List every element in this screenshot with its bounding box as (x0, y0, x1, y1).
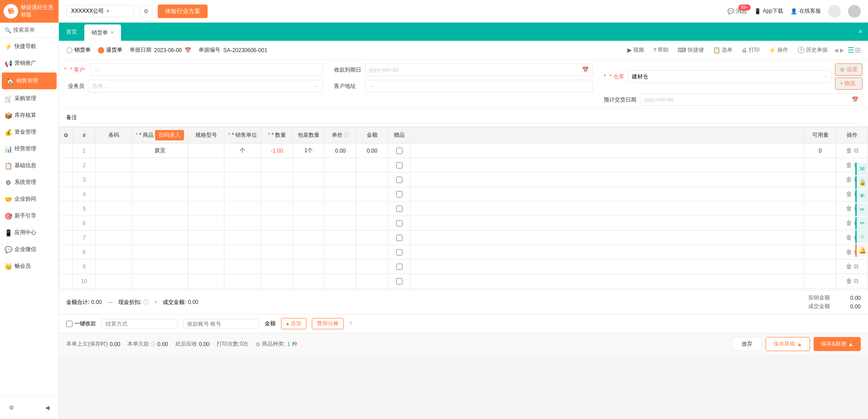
row8-gift-check[interactable] (396, 249, 402, 255)
search-menu[interactable]: 🔍 搜索菜单 (0, 23, 58, 38)
account-input[interactable] (183, 319, 259, 329)
sidebar-item-marketing[interactable]: 📢 营销推广 (0, 55, 58, 72)
row2-delete[interactable]: 🗑 (846, 161, 852, 169)
actions-btn[interactable]: ⚡ 操作 (766, 45, 791, 55)
sidebar-item-enterprise[interactable]: 🤝 企业协同 (0, 191, 58, 207)
row10-delete[interactable]: 🗑 (846, 277, 852, 285)
tab-home[interactable]: 首页 (59, 23, 84, 41)
discard-btn[interactable]: 放弃 (732, 337, 762, 351)
row9-copy[interactable]: ⧉ (854, 263, 858, 270)
logistics-btn[interactable]: + 物流 (835, 77, 863, 90)
row3-delete[interactable]: 🗑 (846, 176, 852, 183)
row1-gift-check[interactable] (396, 148, 402, 154)
sidebar-settings-btn[interactable]: ⚙ (5, 400, 19, 415)
settings-btn[interactable]: ⚙ 设置 (835, 63, 863, 76)
online-service-btn[interactable]: 👤 在线客服 (790, 7, 821, 15)
row1-qty[interactable]: -1.00 (261, 144, 293, 158)
sidebar-item-inventory[interactable]: 📦 库存核算 (0, 107, 58, 124)
tab-sales-order[interactable]: 销货单 × (84, 24, 121, 41)
salesman-input[interactable]: 选择... ··· (88, 80, 323, 92)
calendar-icon[interactable]: 📅 (184, 47, 191, 53)
row1-unit[interactable]: 个 (224, 144, 261, 158)
row2-gift-check[interactable] (396, 162, 402, 169)
history-btn[interactable]: 🕐 历史单据 (795, 45, 830, 55)
row1-unit-price[interactable]: 0.00 (325, 144, 356, 158)
date-value[interactable]: 2023-06-06 (154, 47, 182, 53)
save-new-btn[interactable]: 保存&新增 ▲ (814, 337, 861, 351)
row1-copy-icon[interactable]: ⧉ (854, 147, 858, 154)
sidebar-item-enterprise-wechat[interactable]: 💬 企业微信 (0, 241, 58, 258)
row1-delete-icon[interactable]: 🗑 (846, 147, 852, 154)
sidebar-item-purchase[interactable]: 🛒 采购管理 (0, 90, 58, 107)
header-gear-btn[interactable]: ⚙ (140, 5, 152, 18)
row4-gift-check[interactable] (396, 191, 402, 197)
company-selector[interactable]: XXXXXX公司 ▼ (66, 5, 134, 17)
sidebar-item-finance[interactable]: 💰 资金管理 (0, 124, 58, 140)
sidebar-item-sales[interactable]: 🏠 销售管理 (2, 72, 57, 89)
row5-gift-check[interactable] (396, 206, 402, 212)
customer-input[interactable]: ··· (90, 63, 323, 76)
float-btn-2[interactable]: 🔒 (855, 176, 868, 189)
id-value[interactable]: SA-20230606-001 (223, 47, 267, 53)
layout-list-icon[interactable]: ☰ (848, 46, 854, 54)
select-btn[interactable]: 📋 选单 (710, 45, 735, 55)
shortcut-btn[interactable]: ⌨ 快捷键 (675, 45, 707, 55)
sidebar-item-guide[interactable]: 🎯 新手引导 (0, 207, 58, 224)
row8-delete[interactable]: 🗑 (846, 248, 852, 256)
customer-addr-input[interactable]: ··· (365, 80, 593, 92)
payment-help-icon[interactable]: ? (349, 321, 352, 327)
trial-btn[interactable]: 体验行业方案 (158, 5, 208, 18)
row9-delete[interactable]: 🗑 (846, 263, 852, 270)
expected-date-input[interactable]: yyyy-mm-dd 📅 (640, 93, 863, 106)
tab-close-icon[interactable]: × (111, 29, 114, 36)
user-avatar[interactable] (828, 5, 841, 18)
row1-amount[interactable]: 0.00 (356, 144, 388, 158)
row1-barcode[interactable] (96, 144, 132, 158)
help-btn[interactable]: ? 帮助 (650, 45, 671, 55)
row6-delete[interactable]: 🗑 (846, 219, 852, 227)
message-btn[interactable]: 💬 消息 99+ (727, 7, 747, 15)
warehouse-input[interactable]: 建材仓 ··· (628, 70, 831, 83)
scan-btn[interactable]: 扫码录入 (155, 130, 184, 140)
expense-btn[interactable]: 费用分摊 (312, 318, 344, 329)
float-btn-6[interactable]: ☆ (855, 231, 868, 243)
sidebar-item-system[interactable]: ⚙ 系统管理 (0, 174, 58, 191)
row5-delete[interactable]: 🗑 (846, 205, 852, 212)
return-order-radio[interactable]: 退货单 (98, 46, 122, 54)
col-gear[interactable]: ⚙ (59, 127, 73, 144)
print-btn[interactable]: 🖨 打印 (739, 45, 762, 55)
add-payment-btn[interactable]: ● 添加 (281, 318, 306, 329)
row4-delete[interactable]: 🗑 (846, 190, 852, 198)
row1-product[interactable]: 拨贡 (132, 144, 188, 158)
float-btn-5[interactable]: ✏ (855, 217, 868, 230)
row7-delete[interactable]: 🗑 (846, 234, 852, 241)
user-avatar2[interactable] (848, 5, 861, 18)
sidebar-item-quick-nav[interactable]: ⚡ 快捷导航 (0, 38, 58, 55)
row10-gift-check[interactable] (396, 278, 402, 284)
payment-date-input[interactable]: yyyy-mm-dd 📅 (365, 63, 593, 76)
next-icon[interactable]: ▶ (840, 47, 844, 53)
sidebar-item-members[interactable]: 👑 畅会员 (0, 258, 58, 275)
sales-order-radio[interactable]: 销货单 (66, 46, 91, 54)
row1-gift[interactable] (388, 144, 411, 158)
video-btn[interactable]: ▶ 视频 (625, 45, 647, 55)
sidebar-item-basic-info[interactable]: 📋 基础信息 (0, 157, 58, 174)
layout-grid-icon[interactable]: ⊞ (855, 46, 861, 54)
float-btn-1[interactable]: ✉ (855, 163, 868, 175)
app-download-btn[interactable]: 📱 App下载 (754, 7, 783, 15)
pay-method-input[interactable] (102, 319, 178, 329)
row9-gift-check[interactable] (396, 264, 402, 270)
one-click-pay-check[interactable] (66, 321, 73, 327)
row10-copy[interactable]: ⧉ (854, 277, 858, 285)
tab-bar-close-btn[interactable]: × (858, 28, 868, 36)
help-circle-icon[interactable]: ⓘ (143, 299, 149, 306)
row3-gift-check[interactable] (396, 177, 402, 183)
sidebar-collapse-btn[interactable]: ◀ (41, 400, 54, 415)
row6-gift-check[interactable] (396, 220, 402, 226)
sidebar-item-app-center[interactable]: 📱 应用中心 (0, 224, 58, 241)
row7-gift-check[interactable] (396, 235, 402, 241)
sidebar-item-operations[interactable]: 📊 经营管理 (0, 140, 58, 157)
owe-help-icon[interactable]: ⓘ (151, 341, 155, 347)
draft-btn[interactable]: 保存草稿 ▲ (766, 337, 810, 351)
float-btn-3[interactable]: 👁 (855, 190, 868, 202)
